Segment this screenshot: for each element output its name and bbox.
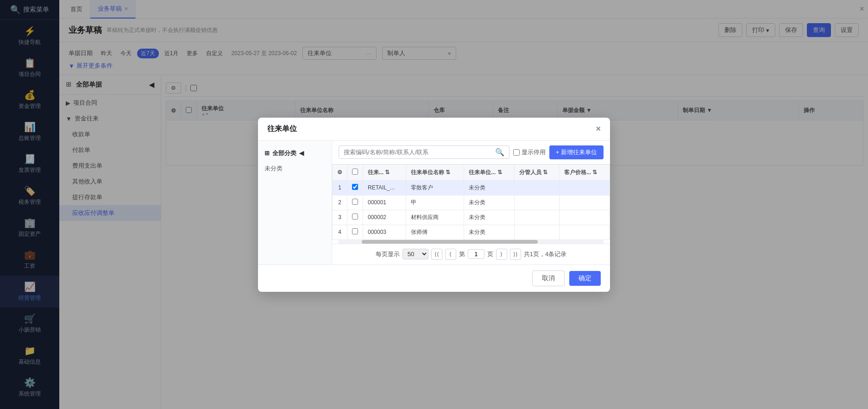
total-info: 共1页，4条记录 [524,250,566,258]
row-manager [515,210,560,225]
row-settings: 2 [333,195,347,210]
sort-price-icon: ⇅ [592,169,597,176]
row-settings: 1 [333,180,347,195]
page-size-select[interactable]: 501020100 [403,249,428,259]
th-price[interactable]: 客户价格... ⇅ [560,164,610,180]
partner-data-table: ⚙ 往来... ⇅ 往来单位名称 ⇅ 往来单位... ⇅ 分管人员 ⇅ 客户价格… [332,164,610,240]
scrollbar-area[interactable] [339,240,604,244]
table-header-row: ⚙ 往来... ⇅ 往来单位名称 ⇅ 往来单位... ⇅ 分管人员 ⇅ 客户价格… [333,164,610,180]
page-label: 第 [459,250,465,258]
row-checkbox[interactable] [347,210,363,225]
sort-name-icon: ⇅ [446,169,450,176]
table-row[interactable]: 2 000001 甲 未分类 [333,195,610,210]
row-manager [515,225,560,239]
row-category: 未分类 [464,210,515,225]
category-title: 全部分类 [272,149,296,157]
row-manager [515,195,560,210]
row-category: 未分类 [464,180,515,195]
page-size-label: 每页显示 [376,250,400,258]
th-settings: ⚙ [333,164,347,180]
search-icon: 🔍 [495,148,504,157]
data-panel: 🔍 显示停用 + 新增往来单位 ⚙ [332,141,610,264]
th-name[interactable]: 往来单位名称 ⇅ [406,164,464,180]
th-manager[interactable]: 分管人员 ⇅ [515,164,560,180]
row-category: 未分类 [464,195,515,210]
last-page-btn[interactable]: ⟩⟩ [510,249,521,260]
row-checkbox[interactable] [347,195,363,210]
row-name: 材料供应商 [406,210,464,225]
first-page-btn[interactable]: ⟨⟨ [431,249,442,260]
add-partner-button[interactable]: + 新增往来单位 [549,145,604,159]
row-name: 张师傅 [406,225,464,239]
sort-cat-icon: ⇅ [497,169,502,176]
modal-title: 往来单位 [267,124,297,134]
select-all-partners[interactable] [352,169,358,175]
row-code: RETAIL_... [363,180,406,195]
table-row[interactable]: 4 000003 张师傅 未分类 [333,225,610,239]
row-settings: 3 [333,210,347,225]
show-disabled-wrap: 显示停用 [513,148,546,157]
category-header[interactable]: ⊞ 全部分类 ◀ [258,145,332,161]
row-settings: 4 [333,225,347,239]
confirm-button[interactable]: 确定 [569,271,601,286]
row-checkbox[interactable] [347,225,363,239]
page-number-input[interactable] [468,249,484,259]
category-panel: ⊞ 全部分类 ◀ 未分类 [258,141,332,264]
row-code: 000001 [363,195,406,210]
row-name: 甲 [406,195,464,210]
sort-code-icon: ⇅ [385,169,390,176]
category-uncategorized[interactable]: 未分类 [258,161,332,176]
row-category: 未分类 [464,225,515,239]
partner-table: ⚙ 往来... ⇅ 往来单位名称 ⇅ 往来单位... ⇅ 分管人员 ⇅ 客户价格… [332,164,610,240]
partner-search-input[interactable] [344,149,492,156]
th-category[interactable]: 往来单位... ⇅ [464,164,515,180]
prev-page-btn[interactable]: ⟨ [445,249,456,260]
modal-overlay[interactable]: 往来单位 × ⊞ 全部分类 ◀ 未分类 🔍 [0,0,868,409]
modal-header: 往来单位 × [258,118,610,141]
category-grid-icon: ⊞ [264,150,270,157]
data-panel-toolbar: 🔍 显示停用 + 新增往来单位 [332,141,610,164]
search-wrap[interactable]: 🔍 [339,145,509,159]
row-price [560,180,610,195]
th-code[interactable]: 往来... ⇅ [363,164,406,180]
row-price [560,225,610,239]
table-row[interactable]: 1 RETAIL_... 零散客户 未分类 [333,180,610,195]
sort-mgr-icon: ⇅ [543,169,547,176]
th-select [347,164,363,180]
table-row[interactable]: 3 000002 材料供应商 未分类 [333,210,610,225]
modal-close-button[interactable]: × [596,124,601,134]
page-label-2: 页 [487,250,493,258]
row-name: 零散客户 [406,180,464,195]
modal-footer: 取消 确定 [258,264,610,292]
row-code: 000002 [363,210,406,225]
row-checkbox[interactable] [347,180,363,195]
show-disabled-label: 显示停用 [522,148,546,157]
cancel-button[interactable]: 取消 [532,271,565,286]
pagination: 每页显示 501020100 ⟨⟨ ⟨ 第 页 ⟩ ⟩⟩ 共1页，4条记录 [332,244,610,264]
row-manager [515,180,560,195]
row-price [560,210,610,225]
collapse-category-icon: ◀ [299,150,304,157]
scrollbar-thumb[interactable] [362,240,538,244]
row-code: 000003 [363,225,406,239]
show-disabled-checkbox[interactable] [513,149,520,156]
next-page-btn[interactable]: ⟩ [496,249,507,260]
partner-modal: 往来单位 × ⊞ 全部分类 ◀ 未分类 🔍 [258,118,610,292]
row-price [560,195,610,210]
modal-body: ⊞ 全部分类 ◀ 未分类 🔍 显示停用 [258,141,610,264]
